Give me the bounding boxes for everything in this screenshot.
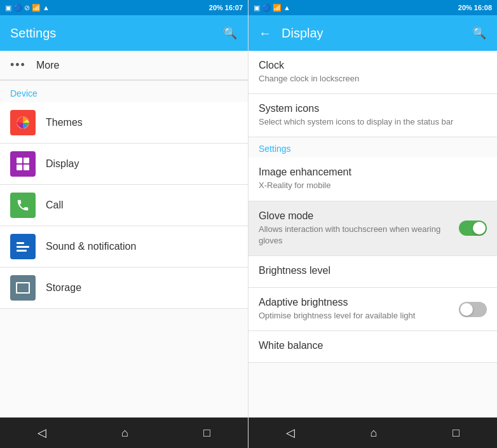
display-item-white-balance[interactable]: White balance <box>248 331 497 363</box>
left-panel: ▣ 🔵 ⊘ 📶 ▲ 20% 16:07 Settings 🔍 ••• More … <box>0 0 248 448</box>
themes-label: Themes <box>46 117 83 128</box>
back-button[interactable]: ← <box>259 26 271 41</box>
right-panel: ▣ 🔵 📶 ▲ 20% 16:08 ← Display 🔍 Clock Chan… <box>248 0 497 448</box>
bottom-nav-right: ◁ ⌂ □ <box>248 417 497 448</box>
adaptive-brightness-text-block: Adaptive brightness Optimise brightness … <box>259 297 451 322</box>
toggle-thumb <box>473 222 486 234</box>
clock-title: Clock <box>259 60 487 71</box>
system-icons-title: System icons <box>259 103 487 114</box>
status-bar-right-icons: 20% 16:07 <box>209 4 243 11</box>
clock-subtitle: Change clock in lockscreen <box>259 73 487 85</box>
display-icon-bg <box>10 151 36 177</box>
display-item-glove-mode[interactable]: Glove mode Allows interaction with touch… <box>248 201 497 256</box>
themes-svg-icon <box>15 115 31 130</box>
storage-icon-bg <box>10 275 36 301</box>
glove-mode-title: Glove mode <box>259 210 451 222</box>
call-label: Call <box>46 200 64 211</box>
display-settings-section: Settings <box>248 137 497 158</box>
status-bar-left-icons: ▣ 🔵 ⊘ 📶 ▲ <box>5 4 50 12</box>
call-svg-icon <box>16 198 30 212</box>
display-label: Display <box>46 158 79 170</box>
display-title: Display <box>282 26 472 41</box>
settings-app-bar: Settings 🔍 <box>0 15 248 51</box>
sound-icon-bg <box>10 234 36 259</box>
adaptive-toggle-thumb <box>460 303 473 316</box>
search-icon[interactable]: 🔍 <box>222 25 238 41</box>
time-right: 16:08 <box>474 4 492 11</box>
nav-home-left[interactable]: ⌂ <box>111 421 139 445</box>
more-item[interactable]: ••• More <box>0 51 248 80</box>
more-dots: ••• <box>10 58 26 72</box>
display-svg-icon <box>17 158 29 170</box>
display-item-system-icons[interactable]: System icons Select which system icons t… <box>248 94 497 137</box>
bottom-nav-left: ◁ ⌂ □ <box>0 417 248 448</box>
status-bar-right-right-icons: 20% 16:08 <box>458 4 492 11</box>
battery-right: 20% <box>458 4 472 11</box>
nav-home-right[interactable]: ⌂ <box>360 421 388 445</box>
nav-square-right[interactable]: □ <box>442 421 470 445</box>
status-bar-left: ▣ 🔵 ⊘ 📶 ▲ 20% 16:07 <box>0 0 248 15</box>
image-enhancement-title: Image enhancement <box>259 166 487 178</box>
settings-item-call[interactable]: Call <box>0 185 248 226</box>
sound-svg-icon <box>17 242 29 252</box>
adaptive-brightness-toggle[interactable] <box>459 302 487 317</box>
status-bar-right-left-icons: ▣ 🔵 📶 ▲ <box>254 4 290 12</box>
adaptive-brightness-subtitle: Optimise brightness level for available … <box>259 310 451 322</box>
more-label: More <box>36 60 59 71</box>
themes-icon-bg <box>10 110 36 135</box>
battery-indicator: 20% <box>209 4 223 11</box>
settings-item-storage[interactable]: Storage <box>0 268 248 309</box>
settings-item-themes[interactable]: Themes <box>0 102 248 144</box>
image-enhancement-subtitle: X-Reality for mobile <box>259 180 487 191</box>
nav-back-left[interactable]: ◁ <box>27 421 57 445</box>
display-item-brightness[interactable]: Brightness level <box>248 256 497 288</box>
glove-mode-toggle[interactable] <box>459 221 487 236</box>
status-bar-right: ▣ 🔵 📶 ▲ 20% 16:08 <box>248 0 497 15</box>
nav-back-right[interactable]: ◁ <box>276 421 305 445</box>
settings-list: ••• More Device Themes <box>0 51 248 417</box>
settings-item-display[interactable]: Display <box>0 144 248 185</box>
device-section-header: Device <box>0 81 248 102</box>
display-search-icon[interactable]: 🔍 <box>472 25 487 41</box>
storage-svg-icon <box>16 282 30 294</box>
display-settings-list: Clock Change clock in lockscreen System … <box>248 51 497 417</box>
glove-mode-text-block: Glove mode Allows interaction with touch… <box>259 210 451 247</box>
display-app-bar: ← Display 🔍 <box>248 15 497 51</box>
brightness-title: Brightness level <box>259 265 487 276</box>
settings-title: Settings <box>10 26 222 41</box>
time-left: 16:07 <box>225 4 243 11</box>
call-icon-bg <box>10 193 36 218</box>
display-item-clock[interactable]: Clock Change clock in lockscreen <box>248 51 497 94</box>
settings-item-sound[interactable]: Sound & notification <box>0 226 248 268</box>
display-item-image-enhancement[interactable]: Image enhancement X-Reality for mobile <box>248 158 497 201</box>
sound-label: Sound & notification <box>46 241 136 252</box>
adaptive-brightness-title: Adaptive brightness <box>259 297 451 308</box>
system-icons-subtitle: Select which system icons to display in … <box>259 116 487 128</box>
display-item-adaptive-brightness[interactable]: Adaptive brightness Optimise brightness … <box>248 288 497 331</box>
white-balance-title: White balance <box>259 340 487 351</box>
nav-square-left[interactable]: □ <box>193 421 221 445</box>
glove-mode-subtitle: Allows interaction with touchscreen when… <box>259 224 451 247</box>
storage-label: Storage <box>46 282 81 294</box>
